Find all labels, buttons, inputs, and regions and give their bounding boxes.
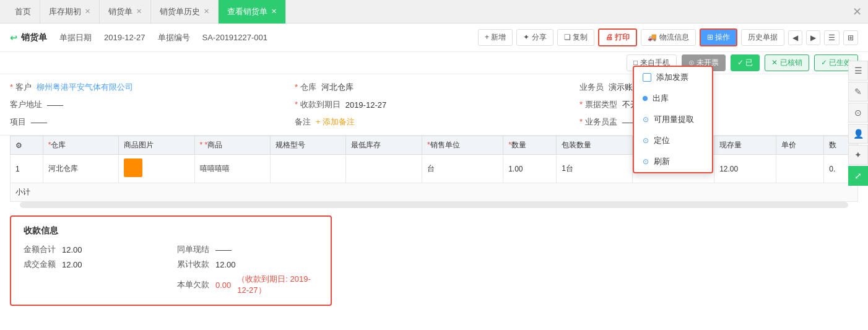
- payment-key-same: 同单现结: [177, 244, 209, 255]
- doc-header: ↩ 销货单 单据日期 2019-12-27 单据编号 SA-20191227-0…: [0, 24, 868, 52]
- dropdown-outbound[interactable]: 出库: [634, 88, 712, 109]
- dropdown-available[interactable]: ⊙ 可用量提取: [634, 109, 712, 130]
- sidebar-icon-2[interactable]: ✎: [848, 82, 868, 102]
- form-section: 客户 柳州粤港平安气体有限公司 仓库 河北仓库 业务员 演示账号 客户地址 ——…: [0, 74, 868, 136]
- payment-val-total: 12.00: [62, 245, 82, 254]
- due-date-label: 收款到期日: [295, 99, 341, 110]
- payment-row-1a: 金额合计 12.00: [24, 244, 165, 255]
- layout2-button[interactable]: ⊞: [843, 30, 858, 45]
- cell-product: 嘻嘻嘻嘻: [194, 155, 270, 183]
- payment-row-2a: 成交金额 12.00: [24, 259, 165, 270]
- project-field: 项目 ——: [10, 116, 289, 128]
- doc-meta: 单据日期 2019-12-27 单据编号 SA-20191227-001: [59, 32, 267, 43]
- dropdown-add-invoice[interactable]: 添加发票: [634, 67, 712, 88]
- subtotal-row: 小计: [11, 183, 858, 202]
- customer-field: 客户 柳州粤港平安气体有限公司: [10, 82, 289, 93]
- close-tab-sales-history[interactable]: ✕: [204, 7, 209, 15]
- product-image: [124, 158, 142, 177]
- note-field: 备注 + 添加备注: [295, 116, 573, 128]
- col-settings[interactable]: ⚙: [11, 136, 43, 155]
- address-field: 客户地址 ——: [10, 99, 289, 110]
- outbound-label: 出库: [653, 93, 669, 104]
- cell-min-stock: [346, 155, 422, 183]
- products-table: ⚙ *仓库 商品图片 * *商品 规格型号 最低库存 *销售单位 *数量 包装数…: [10, 136, 858, 202]
- payment-row-3: 本单欠款 0.00 （收款到期日: 2019-12-27）: [177, 274, 318, 296]
- close-tab-inventory[interactable]: ✕: [85, 7, 90, 15]
- cell-index: 1: [11, 155, 43, 183]
- horizontal-scrollbar[interactable]: [20, 202, 848, 208]
- cell-current: 12.00: [714, 155, 776, 183]
- salesperson-field: 业务员盂 ——: [579, 116, 858, 128]
- payment-key-total: 金额合计: [24, 244, 56, 255]
- cell-warehouse: 河北仓库: [43, 155, 118, 183]
- close-tab-sales[interactable]: ✕: [136, 7, 142, 15]
- sidebar-icon-3[interactable]: ⊙: [848, 103, 868, 123]
- tab-bar: 首页 库存期初 ✕ 销货单 ✕ 销货单历史 ✕ 查看销货单 ✕ ✕: [0, 0, 868, 24]
- outbound-icon: [643, 96, 648, 101]
- cancel-button[interactable]: ✕ 已核销: [765, 54, 809, 71]
- doc-icon: ↩: [10, 33, 17, 43]
- logistics-button[interactable]: 🚚 物流信息: [641, 29, 695, 46]
- locate-icon: ⊙: [643, 136, 649, 145]
- doc-title: ↩ 销货单: [10, 32, 47, 43]
- customer-label: 客户: [10, 82, 32, 93]
- dropdown-refresh[interactable]: ⊙ 刷新: [634, 151, 712, 172]
- dropdown-menu: 添加发票 出库 ⊙ 可用量提取 ⊙ 定位 ⊙ 刷新: [633, 66, 713, 173]
- share-button[interactable]: ✦ 分享: [516, 29, 553, 46]
- payment-key-owed: 本单欠款: [177, 279, 209, 290]
- warehouse-value: 河北仓库: [321, 82, 354, 93]
- cell-qty: 1.00: [503, 155, 557, 183]
- table-section: ⚙ *仓库 商品图片 * *商品 规格型号 最低库存 *销售单位 *数量 包装数…: [0, 136, 868, 208]
- payment-row-1b: 同单现结 ——: [177, 244, 318, 255]
- number-value: SA-20191227-001: [202, 33, 268, 42]
- history-button[interactable]: 历史单据: [741, 29, 784, 46]
- date-label: 单据日期: [59, 32, 92, 43]
- tab-home[interactable]: 首页: [6, 0, 40, 24]
- add-invoice-icon: [643, 73, 651, 82]
- new-button[interactable]: + 新增: [478, 29, 513, 46]
- refresh-icon: ⊙: [643, 157, 649, 166]
- project-value: ——: [31, 118, 47, 127]
- payment-val-owed: 0.00: [215, 280, 231, 290]
- table-row: 1 河北仓库 嘻嘻嘻嘻 台 1.00 1台 12.00 0.: [11, 155, 858, 183]
- col-min-stock: 最低库存: [346, 136, 422, 155]
- window-close-button[interactable]: ✕: [853, 5, 862, 19]
- tab-view-sales[interactable]: 查看销货单 ✕: [219, 0, 286, 24]
- employee-label: 业务员: [579, 82, 604, 93]
- sidebar-icon-1[interactable]: ☰: [848, 61, 868, 80]
- tab-sales[interactable]: 销货单 ✕: [100, 0, 151, 24]
- salesperson-label: 业务员盂: [579, 116, 617, 128]
- sidebar-icon-expand[interactable]: ⤢: [848, 166, 868, 186]
- project-label: 项目: [10, 116, 26, 128]
- col-pkg-qty: 包装数量: [557, 136, 632, 155]
- note-label: 备注: [295, 116, 311, 128]
- payment-val-cumulative: 12.00: [215, 260, 236, 269]
- cell-spec: [271, 155, 346, 183]
- payment-grid: 金额合计 12.00 同单现结 —— 成交金额 12.00 累计收款 12.00…: [24, 244, 318, 296]
- add-invoice-label: 添加发票: [656, 72, 688, 83]
- col-qty: *数量: [503, 136, 557, 155]
- number-label: 单据编号: [158, 32, 190, 43]
- sidebar-icon-4[interactable]: 👤: [848, 124, 868, 144]
- payment-key-deal: 成交金额: [24, 259, 56, 270]
- col-product: * *商品: [194, 136, 270, 155]
- add-note-button[interactable]: + 添加备注: [316, 116, 355, 128]
- tab-inventory[interactable]: 库存期初 ✕: [40, 0, 100, 24]
- tab-sales-history[interactable]: 销货单历史 ✕: [151, 0, 219, 24]
- print-button[interactable]: 🖨 打印: [598, 28, 637, 46]
- layout1-button[interactable]: ☰: [824, 30, 840, 45]
- nav-next-button[interactable]: ▶: [806, 30, 820, 45]
- customer-value[interactable]: 柳州粤港平安气体有限公司: [37, 82, 133, 93]
- copy-button[interactable]: ❏ 复制: [557, 29, 594, 46]
- action-bar: □ 来自手机 ⊙ 未开票 ✓ 已 ✕ 已核销 ✓ 已生效: [0, 52, 868, 74]
- dropdown-locate[interactable]: ⊙ 定位: [634, 130, 712, 151]
- payment-val-deal: 12.00: [62, 260, 82, 269]
- nav-prev-button[interactable]: ◀: [788, 30, 802, 45]
- employee-field: 业务员 演示账号: [579, 82, 858, 93]
- right-sidebar: ☰ ✎ ⊙ 👤 ✦ ⤢: [848, 61, 868, 186]
- sidebar-icon-5[interactable]: ✦: [848, 145, 868, 165]
- operation-button[interactable]: ⊞ 操作: [700, 28, 737, 46]
- confirm-button[interactable]: ✓ 已: [731, 54, 760, 71]
- close-tab-view-sales[interactable]: ✕: [271, 7, 277, 15]
- address-label: 客户地址: [10, 99, 42, 110]
